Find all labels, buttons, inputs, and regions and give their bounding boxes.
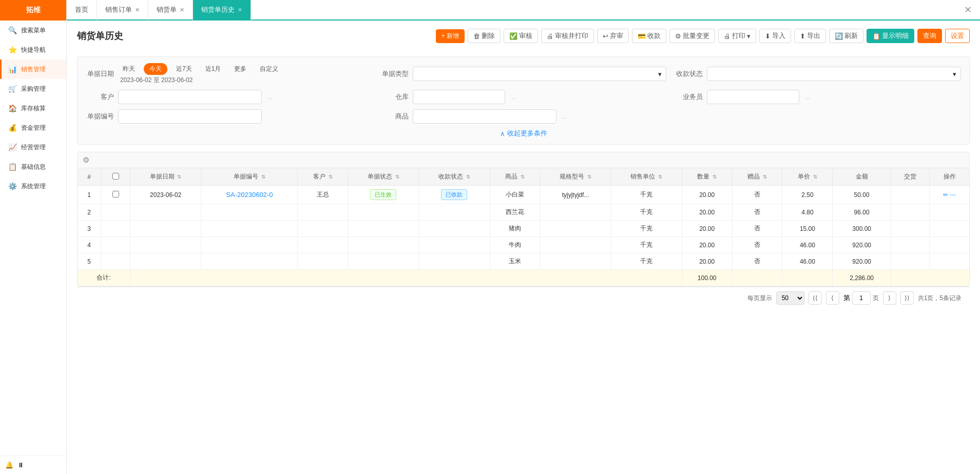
pause-icon[interactable]: ⏸ [17,461,24,469]
sidebar-item-basic[interactable]: 📋 基础信息 [0,157,66,176]
table-row: 4 牛肉 千克 20.00 否 46.00 920.00 [78,237,969,253]
edit-action[interactable]: ✏ [943,191,948,199]
warehouse-dots[interactable]: ... [511,94,515,100]
tab-bar: 首页 销售订单 ✕ 销货单 ✕ 销货单历史 ✕ ✕ [67,0,980,21]
main-table: # 单据日期 ⇅ 单据编号 ⇅ 客户 ⇅ 单据状态 ⇅ 收款状态 ⇅ 商品 ⇅ … [78,168,969,286]
col-doc-no[interactable]: 单据编号 ⇅ [201,168,298,186]
display-button[interactable]: 📋 显示明细 [867,29,914,43]
customer-dots[interactable]: ... [268,94,272,100]
export-icon: ⬆ [800,32,805,40]
close-all-tabs[interactable]: ✕ [964,4,980,15]
customer-input[interactable] [118,90,262,104]
next-page-btn[interactable]: ⟩ [883,291,896,305]
delete-button[interactable]: 🗑 删除 [468,29,501,43]
tab-sales-history-label: 销货单历史 [201,5,235,14]
cell-goods: 西兰花 [490,204,540,221]
date-btn-1month[interactable]: 近1月 [201,63,226,75]
col-qty[interactable]: 数量 ⇅ [682,168,732,186]
query-button[interactable]: 查询 [917,29,942,43]
page-label-suffix: 页 [873,294,879,303]
table-row: 1 2023-06-02 SA-20230602-0 王总 已生效 已收款 小白… [78,186,969,204]
settings-button[interactable]: 设置 [945,29,970,43]
tab-sales-history[interactable]: 销货单历史 ✕ [193,0,251,20]
col-spec[interactable]: 规格型号 ⇅ [540,168,611,186]
collect-status-select[interactable]: ▾ [707,67,961,81]
table-row: 5 玉米 千克 20.00 否 46.00 920.00 [78,253,969,270]
cell-price: 46.00 [782,237,833,253]
date-btn-custom[interactable]: 自定义 [255,63,283,75]
staff-dots[interactable]: ... [805,94,810,100]
table-row: 2 西兰花 千克 20.00 否 4.80 96.00 [78,204,969,221]
select-all-checkbox[interactable] [112,173,119,180]
goods-dots[interactable]: ... [563,114,567,120]
cell-checkbox [101,204,130,221]
col-customer[interactable]: 客户 ⇅ [298,168,348,186]
tab-sales-order-close[interactable]: ✕ [135,7,140,13]
col-unit[interactable]: 销售单位 ⇅ [611,168,682,186]
sidebar-item-finance[interactable]: 💰 资金管理 [0,118,66,137]
date-btn-yesterday[interactable]: 昨天 [118,63,140,75]
tab-sales-goods[interactable]: 销货单 ✕ [148,0,193,20]
collect-button[interactable]: 💳 收款 [632,29,666,43]
col-pay-status[interactable]: 收款状态 ⇅ [419,168,490,186]
cell-amount: 920.00 [833,237,891,253]
doc-no-input[interactable] [118,109,262,124]
sidebar-item-operations[interactable]: 📈 经营管理 [0,137,66,157]
col-gift[interactable]: 赠品 ⇅ [732,168,782,186]
sidebar-item-label: 系统管理 [21,182,46,191]
staff-input[interactable] [707,90,799,104]
batch-change-button[interactable]: ⚙ 批量变更 [669,29,715,43]
warehouse-input[interactable] [413,90,505,104]
cell-doc-status [348,253,419,270]
tab-home[interactable]: 首页 [67,0,97,20]
doc-no-link[interactable]: SA-20230602-0 [226,191,273,199]
summary-qty: 100.00 [682,270,732,286]
date-btn-more[interactable]: 更多 [229,63,251,75]
tab-sales-order[interactable]: 销售订单 ✕ [97,0,148,20]
filter-date: 单据日期 昨天 今天 近7天 近1月 更多 自定义 2023-06-02 至 2… [86,63,372,85]
last-page-btn[interactable]: ⟩⟩ [900,291,914,305]
page-content: 销货单历史 + 新增 🗑 删除 ✅ 审核 🖨 审核并打印 ↩ 弃审 [67,21,980,474]
print-button[interactable]: 🖨 打印 ▾ [718,29,756,43]
page-input[interactable] [852,291,871,305]
col-goods[interactable]: 商品 ⇅ [490,168,540,186]
table-settings-icon[interactable]: ⚙ [83,155,89,165]
col-price[interactable]: 单价 ⇅ [782,168,833,186]
sidebar-item-sales[interactable]: 📊 销售管理 [0,60,66,79]
cell-spec [540,237,611,253]
sidebar-item-inventory[interactable]: 🏠 库存核算 [0,98,66,118]
refresh-button[interactable]: 🔄 刷新 [829,29,863,43]
cell-doc-no [201,221,298,237]
notification-icon[interactable]: 🔔 [5,461,13,469]
sidebar-item-search[interactable]: 🔍 搜索菜单 [0,21,66,40]
goods-input[interactable] [413,109,556,124]
print-approve-button[interactable]: 🖨 审核并打印 [541,29,594,43]
date-btn-today[interactable]: 今天 [144,63,167,75]
sidebar-item-purchase[interactable]: 🛒 采购管理 [0,79,66,98]
more-action[interactable]: ⋯ [950,191,956,199]
sidebar-item-quicknav[interactable]: ⭐ 快捷导航 [0,40,66,60]
doc-type-select[interactable]: ▾ [413,67,667,81]
per-page-select[interactable]: 50 10 20 100 [776,291,804,305]
cell-spec: tyjyjtyjdf... [540,186,611,204]
abandon-button[interactable]: ↩ 弃审 [597,29,629,43]
prev-page-btn[interactable]: ⟨ [826,291,839,305]
cell-spec [540,221,611,237]
cell-row-no: 5 [78,253,101,270]
col-doc-date[interactable]: 单据日期 ⇅ [130,168,201,186]
approve-button[interactable]: ✅ 审核 [504,29,538,43]
cell-customer [298,204,348,221]
tab-sales-goods-close[interactable]: ✕ [180,7,184,13]
cell-amount: 50.00 [833,186,891,204]
import-button[interactable]: ⬇ 导入 [759,29,791,43]
new-button[interactable]: + 新增 [436,29,465,43]
date-btn-7days[interactable]: 近7天 [171,63,197,75]
tab-sales-history-close[interactable]: ✕ [238,7,242,13]
first-page-btn[interactable]: ⟨⟨ [809,291,822,305]
row-checkbox[interactable] [112,191,119,198]
export-button[interactable]: ⬆ 导出 [794,29,826,43]
col-doc-status[interactable]: 单据状态 ⇅ [348,168,419,186]
collapse-button[interactable]: ∧ 收起更多条件 [86,129,961,138]
cell-unit: 千克 [611,204,682,221]
sidebar-item-system[interactable]: ⚙️ 系统管理 [0,176,66,196]
